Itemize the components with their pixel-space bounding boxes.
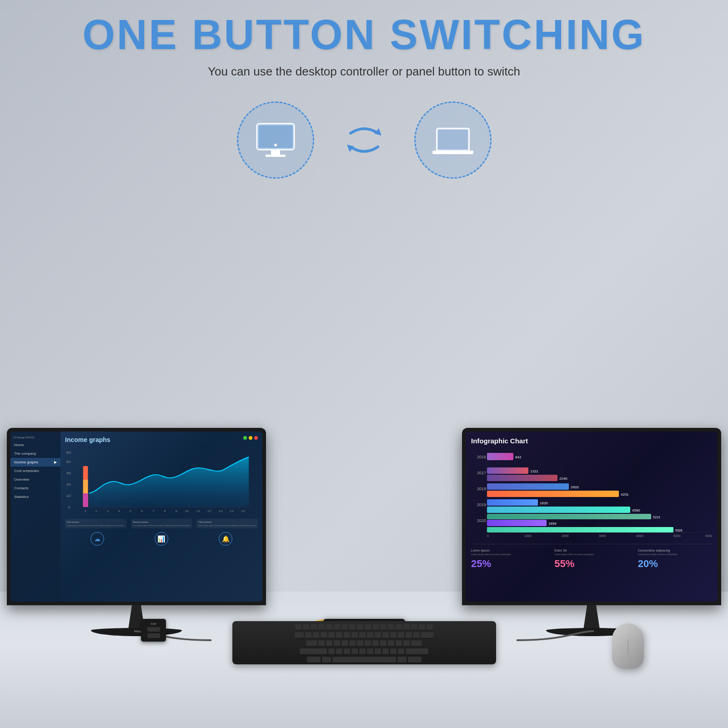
key[interactable] [367, 648, 373, 655]
key[interactable] [382, 632, 389, 638]
key[interactable] [351, 632, 358, 638]
nav-home[interactable]: Home [10, 441, 60, 449]
key[interactable] [375, 632, 381, 638]
bar-chart-svg: 2016 2017 2018 2019 2020 0 1000 2000 300… [471, 448, 712, 539]
svg-rect-59 [487, 475, 557, 481]
mouse-body[interactable] [612, 623, 644, 669]
key[interactable] [359, 632, 366, 638]
key[interactable] [359, 648, 366, 655]
key[interactable] [398, 632, 404, 638]
stats-row: Lorem Ipsum Lorem ipsum dolor sit amet c… [471, 544, 712, 570]
key[interactable] [427, 624, 433, 630]
svg-rect-65 [487, 499, 538, 506]
key[interactable] [365, 624, 371, 630]
controller-label: KVM [151, 623, 156, 625]
key[interactable] [305, 632, 311, 638]
key[interactable] [344, 648, 350, 655]
key-shift[interactable] [300, 648, 327, 655]
svg-text:0: 0 [487, 534, 489, 537]
key[interactable] [403, 640, 410, 647]
key[interactable] [372, 640, 379, 647]
key[interactable] [388, 640, 394, 647]
key[interactable] [382, 648, 389, 655]
key[interactable] [328, 648, 335, 655]
nav-statistics[interactable]: Statistics [10, 492, 60, 501]
key[interactable] [295, 624, 301, 630]
key[interactable] [336, 632, 342, 638]
svg-text:40: 40 [66, 472, 71, 475]
key[interactable] [295, 632, 304, 638]
key-ctrl[interactable] [307, 657, 321, 663]
svg-text:5928: 5928 [675, 529, 683, 532]
key[interactable] [334, 624, 340, 630]
left-content: Income graphs [60, 432, 262, 602]
key[interactable] [365, 640, 371, 647]
svg-text:20: 20 [66, 483, 71, 487]
key[interactable] [380, 624, 387, 630]
key[interactable] [336, 648, 342, 655]
key[interactable] [344, 632, 350, 638]
svg-rect-69 [487, 514, 651, 519]
key[interactable] [398, 648, 404, 655]
key[interactable] [411, 624, 417, 630]
key[interactable] [303, 624, 309, 630]
key[interactable] [357, 640, 363, 647]
key-alt[interactable] [322, 657, 331, 663]
key[interactable] [413, 632, 420, 638]
key[interactable] [313, 632, 319, 638]
controller-button-2[interactable] [147, 633, 160, 638]
key[interactable] [326, 640, 332, 647]
key[interactable] [321, 632, 327, 638]
svg-text:2: 2 [95, 510, 97, 512]
key[interactable] [328, 632, 335, 638]
controller-button-1[interactable] [147, 627, 160, 632]
legend-first: First season Lorem ipsum dolor sit amet … [65, 519, 126, 528]
nav-cost-schedules[interactable]: Cost schedules [10, 467, 60, 475]
monitor-screen-right: Infographic Chart 2016 2017 2018 2019 20… [466, 432, 718, 602]
key[interactable] [349, 640, 356, 647]
dot-red [254, 436, 258, 440]
key[interactable] [396, 640, 402, 647]
svg-rect-63 [487, 491, 619, 497]
key[interactable] [311, 624, 317, 630]
key[interactable] [318, 640, 325, 647]
key[interactable] [357, 624, 363, 630]
key[interactable] [388, 624, 394, 630]
nav-overview[interactable]: Overview [10, 475, 60, 484]
key[interactable] [334, 640, 340, 647]
key[interactable] [390, 632, 397, 638]
stat-dolor: Dolor Sit Lorem ipsum dolor sit amet con… [554, 549, 628, 570]
key[interactable] [380, 640, 387, 647]
key[interactable] [349, 624, 356, 630]
svg-text:4: 4 [118, 510, 120, 512]
key[interactable] [367, 632, 373, 638]
key[interactable] [406, 632, 412, 638]
key[interactable] [351, 648, 358, 655]
mouse [612, 623, 644, 669]
key-space[interactable] [332, 657, 396, 663]
key-ctrl-right[interactable] [408, 657, 422, 663]
key[interactable] [326, 624, 332, 630]
monitor-frame-left: UI Design EPS10 Home The company Income … [7, 428, 266, 605]
nav-contacts[interactable]: Contacts [10, 484, 60, 492]
key-enter[interactable] [411, 640, 422, 647]
key-alt-right[interactable] [397, 657, 407, 663]
key[interactable] [390, 648, 397, 655]
key-backspace[interactable] [421, 632, 434, 638]
key[interactable] [375, 648, 381, 655]
nav-company[interactable]: The company [10, 449, 60, 458]
svg-text:0: 0 [68, 506, 71, 509]
svg-text:4201: 4201 [621, 492, 629, 497]
key[interactable] [341, 624, 348, 630]
key[interactable] [403, 624, 410, 630]
key[interactable] [318, 624, 325, 630]
key-shift-right[interactable] [406, 648, 428, 655]
key-tab[interactable] [306, 640, 317, 647]
key[interactable] [372, 624, 379, 630]
key[interactable] [419, 624, 425, 630]
nav-income-graphs[interactable]: Income graphs ▶ [10, 458, 60, 467]
key[interactable] [341, 640, 348, 647]
svg-text:4000: 4000 [636, 534, 643, 537]
key[interactable] [396, 624, 402, 630]
svg-text:14: 14 [230, 510, 234, 512]
